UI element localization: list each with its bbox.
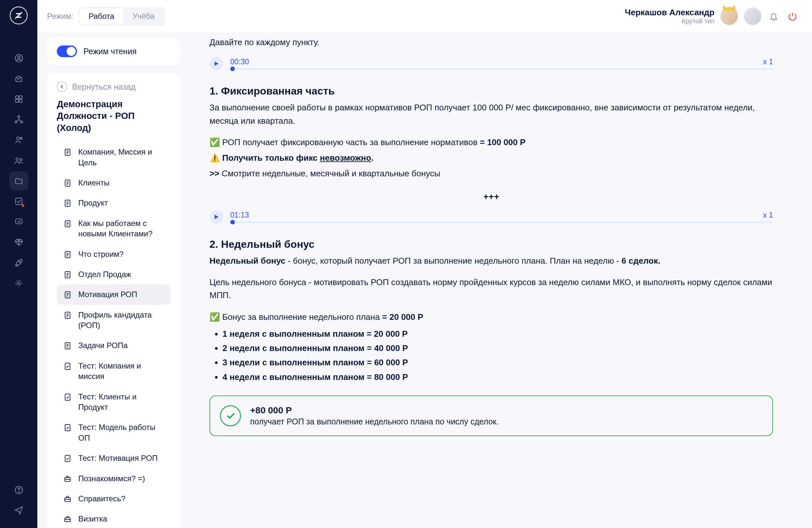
- svg-point-10: [17, 137, 19, 140]
- lesson-type-icon: [63, 199, 72, 208]
- lesson-type-icon: [63, 250, 72, 260]
- lesson-item[interactable]: Тест: Компания и миссия: [57, 356, 171, 387]
- notification-dot: [22, 204, 24, 207]
- lesson-label: Тест: Компания и миссия: [78, 361, 165, 382]
- bell-icon[interactable]: [767, 10, 780, 23]
- nav-send[interactable]: [10, 501, 28, 520]
- nav-profile[interactable]: [10, 49, 28, 68]
- lesson-label: Визитка: [78, 514, 107, 524]
- svg-rect-3: [16, 96, 18, 99]
- svg-point-9: [20, 121, 23, 123]
- lesson-item[interactable]: Тест: Мотивация РОП: [57, 448, 171, 468]
- lesson-type-icon: [63, 423, 72, 432]
- lesson-label: Компания, Миссия и Цель: [78, 147, 165, 168]
- lesson-item[interactable]: Познакомимся? =): [57, 469, 171, 489]
- play-button[interactable]: [209, 210, 223, 224]
- nav-tasks[interactable]: [10, 192, 28, 211]
- audio-player-1: 00:30 x 1: [209, 57, 773, 71]
- svg-rect-30: [65, 394, 70, 400]
- user-avatar-primary[interactable]: [721, 8, 738, 25]
- nav-dashboard[interactable]: [10, 69, 28, 88]
- lesson-label: Профиль кандидата (РОП): [78, 310, 165, 331]
- lesson-type-icon: [63, 219, 72, 229]
- lesson-type-icon: [63, 290, 72, 300]
- nav-user-settings[interactable]: [10, 131, 28, 149]
- side-rail: [0, 0, 37, 528]
- lesson-label: Отдел Продаж: [78, 269, 131, 280]
- lesson-item[interactable]: Что строим?: [57, 244, 171, 264]
- audio-track[interactable]: [230, 68, 773, 70]
- lesson-item[interactable]: Тест: Модель работы ОП: [57, 417, 171, 448]
- course-card: Вернуться назад Демонстрация Должности -…: [47, 73, 180, 528]
- lesson-item[interactable]: Визитка: [57, 509, 171, 528]
- user-subtitle: Крутой тип: [625, 17, 714, 25]
- lesson-type-icon: [63, 147, 72, 157]
- lesson-label: Клиенты: [78, 178, 110, 188]
- bonus-bullets: 1 неделя с выполненным планом = 20 000 Р…: [222, 327, 773, 384]
- section-2-title: 2. Недельный бонус: [209, 238, 773, 250]
- audio-speed[interactable]: x 1: [763, 211, 773, 220]
- nav-folders[interactable]: [10, 172, 28, 190]
- back-label: Вернуться назад: [72, 82, 136, 91]
- user-name: Черкашов Александр: [625, 8, 714, 17]
- mode-work[interactable]: Работа: [79, 9, 124, 24]
- lesson-item[interactable]: Как мы работаем с новыми Клиентами?: [57, 213, 171, 244]
- lesson-item[interactable]: Компания, Миссия и Цель: [57, 142, 171, 173]
- bullet-item: 4 недели с выполненным планом = 80 000 Р: [222, 370, 773, 384]
- power-icon[interactable]: [786, 10, 799, 23]
- reading-mode-toggle[interactable]: [57, 45, 77, 57]
- nav-apps[interactable]: [10, 90, 28, 108]
- reading-mode-label: Режим чтения: [84, 47, 136, 56]
- back-button[interactable]: Вернуться назад: [57, 82, 171, 92]
- lesson-type-icon: [63, 341, 72, 351]
- nav-chat[interactable]: [10, 212, 28, 231]
- mode-study[interactable]: Учёба: [124, 9, 164, 24]
- reading-mode-card: Режим чтения: [47, 37, 180, 65]
- mode-switcher: Режим: Работа Учёба: [47, 7, 165, 25]
- nav-settings[interactable]: [10, 274, 28, 293]
- play-button[interactable]: [209, 57, 223, 71]
- lesson-type-icon: [63, 494, 72, 504]
- bullet-item: 3 недели с выполненным планом = 60 000 Р: [222, 355, 773, 369]
- svg-rect-31: [65, 425, 70, 431]
- audio-speed[interactable]: x 1: [763, 58, 773, 66]
- audio-track[interactable]: [230, 221, 773, 223]
- lesson-type-icon: [63, 474, 72, 484]
- lesson-item[interactable]: Справитесь?: [57, 489, 171, 509]
- svg-point-17: [17, 282, 20, 284]
- svg-point-7: [17, 116, 19, 118]
- bullet-item: 1 неделя с выполненным планом = 20 000 Р: [222, 327, 773, 341]
- divider-plus: +++: [209, 192, 773, 202]
- lesson-label: Тест: Клиенты и Продукт: [78, 392, 165, 413]
- lesson-item[interactable]: Тест: Клиенты и Продукт: [57, 387, 171, 417]
- lesson-item[interactable]: Продукт: [57, 193, 171, 213]
- svg-point-13: [20, 159, 22, 160]
- callout-sub: получает РОП за выполнение недельного пл…: [250, 417, 498, 426]
- nav-help[interactable]: [10, 481, 28, 499]
- app-logo: [6, 3, 31, 28]
- audio-time: 01:13: [230, 211, 253, 220]
- lesson-item[interactable]: Отдел Продаж: [57, 264, 171, 284]
- lesson-label: Задачи РОПа: [78, 340, 128, 351]
- top-header: Режим: Работа Учёба Черкашов Александр К…: [37, 0, 812, 32]
- lesson-content: Давайте по каждому пункту. 00:30 x 1 1. …: [190, 32, 812, 528]
- lesson-type-icon: [63, 392, 72, 402]
- lesson-item[interactable]: Клиенты: [57, 173, 171, 193]
- section-2-bonus: ✅ Бонус за выполнение недельного плана =…: [209, 310, 773, 323]
- user-avatar-secondary[interactable]: [744, 8, 761, 25]
- lesson-item[interactable]: Задачи РОПа: [57, 335, 171, 355]
- mode-segment: Работа Учёба: [78, 7, 165, 25]
- lesson-label: Что строим?: [78, 249, 124, 260]
- callout-title: +80 000 Р: [250, 405, 498, 416]
- lesson-label: Как мы работаем с новыми Клиентами?: [78, 218, 165, 239]
- lesson-label: Продукт: [78, 198, 108, 208]
- nav-team[interactable]: [10, 151, 28, 170]
- nav-diamond[interactable]: [10, 233, 28, 252]
- lesson-type-icon: [63, 178, 72, 188]
- nav-rocket[interactable]: [10, 253, 28, 272]
- section-1-title: 1. Фиксированная часть: [209, 85, 773, 97]
- check-circle-icon: [220, 405, 241, 426]
- lesson-item[interactable]: Профиль кандидата (РОП): [57, 305, 171, 336]
- nav-structure[interactable]: [10, 110, 28, 129]
- lesson-item[interactable]: Мотивация РОП: [57, 284, 171, 305]
